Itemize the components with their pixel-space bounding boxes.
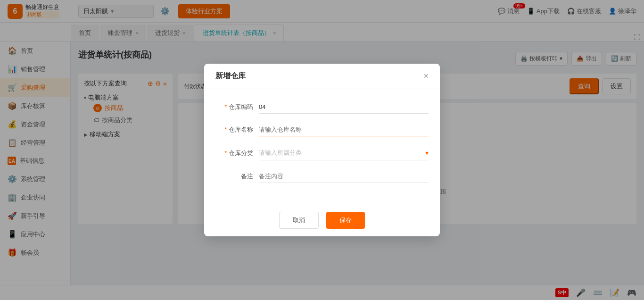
modal-close-icon[interactable]: ×: [423, 71, 429, 81]
remark-input[interactable]: [259, 170, 429, 183]
modal-footer: 取消 保存: [204, 204, 440, 236]
form-row-remark: 备注: [215, 170, 429, 183]
code-input[interactable]: [259, 100, 429, 114]
category-label: 仓库分类: [215, 149, 253, 158]
modal-title: 新增仓库: [215, 71, 246, 81]
code-label: 仓库编码: [215, 103, 253, 111]
form-row-code: 仓库编码: [215, 100, 429, 114]
modal-overlay: 新增仓库 × 仓库编码 仓库名称 仓库分类 请输入所属分类 ▾: [0, 0, 644, 300]
name-label: 仓库名称: [215, 125, 253, 134]
new-warehouse-modal: 新增仓库 × 仓库编码 仓库名称 仓库分类 请输入所属分类 ▾: [204, 64, 440, 236]
modal-body: 仓库编码 仓库名称 仓库分类 请输入所属分类 ▾ 备注: [204, 89, 440, 204]
modal-header: 新增仓库 ×: [204, 64, 440, 89]
cancel-button[interactable]: 取消: [279, 212, 319, 229]
category-arrow-icon: ▾: [425, 149, 429, 157]
form-row-category: 仓库分类 请输入所属分类 ▾: [215, 146, 429, 160]
category-select[interactable]: 请输入所属分类 ▾: [259, 146, 429, 160]
remark-label: 备注: [215, 172, 253, 181]
save-button[interactable]: 保存: [326, 212, 365, 229]
category-placeholder: 请输入所属分类: [259, 149, 302, 157]
form-row-name: 仓库名称: [215, 123, 429, 136]
name-input[interactable]: [259, 123, 429, 136]
